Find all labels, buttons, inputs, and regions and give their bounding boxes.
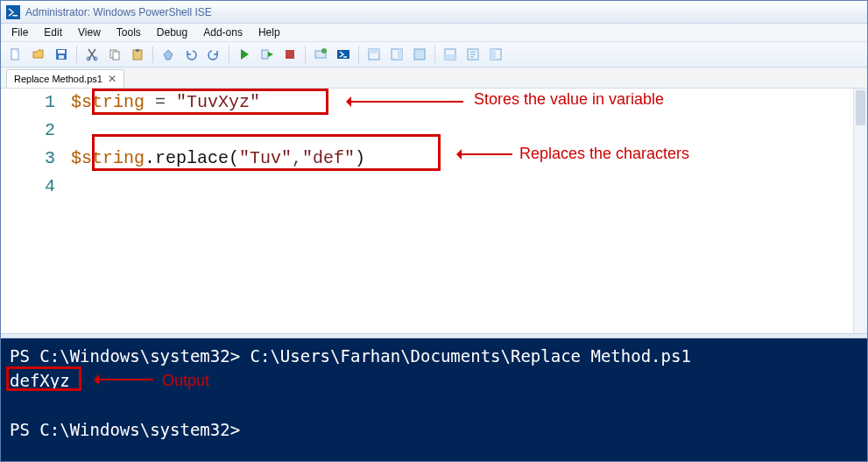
svg-rect-7 <box>113 52 119 60</box>
toolbar <box>1 41 867 68</box>
menu-file[interactable]: File <box>4 25 35 40</box>
toolbar-separator <box>152 46 153 63</box>
svg-rect-10 <box>262 50 268 59</box>
menu-help[interactable]: Help <box>251 25 287 40</box>
redo-icon[interactable] <box>204 45 223 64</box>
window-title: Administrator: Windows PowerShell ISE <box>25 6 212 18</box>
code-line[interactable]: 2 <box>1 117 867 145</box>
show-script-icon[interactable] <box>364 45 384 64</box>
svg-point-13 <box>321 48 327 53</box>
vertical-scrollbar[interactable] <box>853 89 867 333</box>
svg-rect-3 <box>59 55 64 59</box>
annotation-box-output <box>6 366 81 391</box>
powershell-icon <box>6 5 20 19</box>
tab-label: Replace Method.ps1 <box>14 74 102 84</box>
new-remote-icon[interactable] <box>311 45 330 64</box>
powershell-tab-icon[interactable] <box>334 45 353 64</box>
toolbar-separator <box>434 46 435 63</box>
svg-rect-9 <box>136 49 139 52</box>
titlebar: Administrator: Windows PowerShell ISE <box>1 1 867 24</box>
console-line-prompt: PS C:\Windows\system32> <box>10 417 858 442</box>
console-pane[interactable]: PS C:\Windows\system32> C:\Users\Farhan\… <box>1 338 867 461</box>
toolbar-separator <box>358 46 359 63</box>
new-file-icon[interactable] <box>6 45 25 64</box>
run-selection-icon[interactable] <box>258 45 277 64</box>
open-file-icon[interactable] <box>29 45 48 64</box>
run-icon[interactable] <box>235 45 254 64</box>
line-number: 3 <box>1 145 71 173</box>
save-icon[interactable] <box>52 45 71 64</box>
console-line-cmd: PS C:\Windows\system32> C:\Users\Farhan\… <box>10 344 858 368</box>
script-editor[interactable]: 1$string = "TuvXyz"23$string.replace("Tu… <box>1 89 867 333</box>
svg-rect-16 <box>369 49 379 53</box>
console-line-output: defXyz <box>10 368 858 393</box>
annotation-label-output: Output <box>162 368 209 393</box>
svg-rect-2 <box>58 50 65 53</box>
undo-icon[interactable] <box>181 45 201 64</box>
cut-icon[interactable] <box>82 45 102 64</box>
code-line[interactable]: 4 <box>1 173 867 201</box>
annotation-label-line3: Replaces the characters <box>519 145 689 163</box>
show-command-addon-icon[interactable] <box>463 45 483 64</box>
svg-rect-24 <box>490 49 496 60</box>
annotation-label-line1: Stores the value in variable <box>474 90 664 109</box>
show-command-icon[interactable] <box>441 45 460 64</box>
console-line-blank <box>10 393 858 417</box>
line-number: 4 <box>1 173 71 201</box>
copy-icon[interactable] <box>105 45 124 64</box>
line-number: 2 <box>1 117 71 145</box>
code-line[interactable]: 1$string = "TuvXyz" <box>1 89 867 117</box>
toolbar-separator <box>76 46 77 63</box>
line-number: 1 <box>1 89 71 117</box>
show-toolbar-icon[interactable] <box>486 45 505 64</box>
svg-rect-19 <box>414 49 425 60</box>
tabstrip: Replace Method.ps1 ✕ <box>1 68 867 89</box>
svg-rect-18 <box>398 49 402 60</box>
menu-addons[interactable]: Add-ons <box>196 25 250 40</box>
code-line[interactable]: 3$string.replace("Tuv","def") <box>1 145 867 173</box>
annotation-arrow-line3 <box>460 153 512 155</box>
menu-view[interactable]: View <box>71 25 108 40</box>
menu-edit[interactable]: Edit <box>37 25 69 40</box>
show-script-right-icon[interactable] <box>387 45 406 64</box>
menu-tools[interactable]: Tools <box>109 25 148 40</box>
clear-icon[interactable] <box>159 45 178 64</box>
menu-debug[interactable]: Debug <box>150 25 194 40</box>
code-text[interactable]: $string = "TuvXyz" <box>71 89 260 117</box>
show-script-max-icon[interactable] <box>410 45 429 64</box>
annotation-arrow-output <box>97 379 153 380</box>
stop-icon[interactable] <box>280 45 300 64</box>
code-text[interactable]: $string.replace("Tuv","def") <box>71 145 365 173</box>
svg-rect-21 <box>445 54 455 60</box>
annotation-arrow-line1 <box>349 101 463 103</box>
toolbar-separator <box>229 46 229 63</box>
script-tab[interactable]: Replace Method.ps1 ✕ <box>6 69 124 88</box>
paste-icon[interactable] <box>128 45 147 64</box>
menubar: File Edit View Tools Debug Add-ons Help <box>1 24 867 41</box>
toolbar-separator <box>305 46 306 63</box>
svg-rect-11 <box>286 50 294 59</box>
close-icon[interactable]: ✕ <box>108 73 116 85</box>
